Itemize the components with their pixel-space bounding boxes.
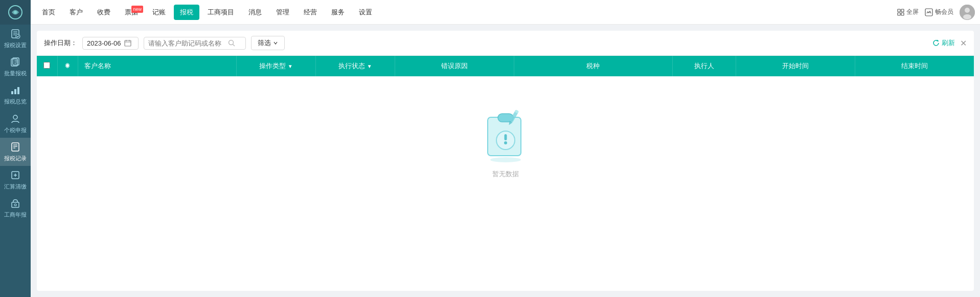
sidebar-item-tax-records[interactable]: 报税记录 — [0, 138, 31, 166]
sidebar-item-label: 报税记录 — [4, 155, 27, 162]
svg-rect-14 — [17, 87, 19, 94]
svg-point-37 — [229, 40, 234, 45]
member-button[interactable]: 畅会员 — [925, 8, 953, 16]
empty-icon — [480, 107, 531, 163]
nav-invoices[interactable]: 票据 new — [119, 5, 144, 20]
svg-rect-27 — [898, 13, 900, 15]
empty-text: 暂无数据 — [492, 169, 519, 179]
header-end-time: 结束时间 — [855, 56, 974, 76]
tax-settings-icon — [10, 29, 20, 40]
svg-rect-12 — [11, 91, 13, 94]
personal-tax-icon — [10, 114, 20, 125]
data-table: 客户名称 操作类型 ▼ 执行状态 ▼ 错误原因 税种 执行人 — [37, 56, 974, 76]
nav-management[interactable]: 管理 — [270, 5, 295, 20]
sidebar-item-personal-tax[interactable]: 个税申报 — [0, 110, 31, 138]
select-all-checkbox[interactable] — [43, 62, 50, 69]
nav-settings[interactable]: 设置 — [353, 5, 378, 20]
avatar[interactable] — [960, 5, 975, 20]
svg-point-46 — [504, 141, 507, 144]
filter-button[interactable]: 筛选 — [251, 36, 285, 50]
fullscreen-label: 全屏 — [906, 8, 919, 16]
nav-accounts[interactable]: 记账 — [146, 5, 172, 20]
sidebar-item-label: 批量报税 — [4, 70, 27, 77]
svg-line-38 — [233, 45, 235, 47]
main-panel: 操作日期： 2023-06-06 — [37, 31, 974, 291]
topnav-right: 全屏 畅会员 — [897, 5, 975, 20]
member-label: 畅会员 — [935, 8, 953, 16]
svg-rect-25 — [898, 9, 900, 12]
header-operation-type[interactable]: 操作类型 ▼ — [236, 56, 315, 76]
date-label: 操作日期： — [44, 38, 77, 48]
tax-records-icon — [10, 142, 20, 154]
header-exec-status[interactable]: 执行状态 ▼ — [315, 56, 395, 76]
main-area: 首页 客户 收费 票据 new 记账 报税 工商项目 消息 管理 经营 服务 设… — [31, 0, 980, 297]
top-navigation: 首页 客户 收费 票据 new 记账 报税 工商项目 消息 管理 经营 服务 设… — [31, 0, 980, 25]
filter-label: 筛选 — [258, 38, 271, 48]
nav-home[interactable]: 首页 — [36, 5, 61, 20]
date-picker[interactable]: 2023-06-06 — [82, 37, 139, 50]
toolbar: 操作日期： 2023-06-06 — [37, 31, 974, 56]
header-start-time: 开始时间 — [736, 56, 855, 76]
svg-point-1 — [14, 11, 17, 14]
content-area: 操作日期： 2023-06-06 — [31, 25, 980, 297]
sidebar-item-annual-report[interactable]: 工商年报 — [0, 194, 31, 222]
svg-point-24 — [14, 204, 16, 206]
sidebar: 报税设置 批量报税 报税总览 — [0, 0, 31, 297]
settlement-icon — [10, 170, 20, 182]
sidebar-item-label: 汇算清缴 — [4, 183, 27, 190]
sidebar-item-label: 个税申报 — [4, 127, 27, 134]
nav-tax[interactable]: 报税 — [174, 5, 199, 20]
toolbar-right: 刷新 ✕ — [932, 38, 967, 48]
nav-services[interactable]: 服务 — [325, 5, 351, 20]
svg-rect-13 — [14, 89, 16, 94]
svg-rect-16 — [12, 143, 19, 151]
svg-point-15 — [13, 115, 17, 119]
sidebar-logo — [0, 0, 31, 25]
sidebar-item-settlement[interactable]: 汇算清缴 — [0, 166, 31, 194]
header-error-reason: 错误原因 — [395, 56, 514, 76]
new-badge: new — [131, 6, 143, 13]
svg-rect-33 — [125, 40, 131, 46]
nav-billing[interactable]: 收费 — [91, 5, 117, 20]
tax-overview-icon — [10, 85, 20, 97]
header-settings[interactable] — [57, 56, 78, 76]
batch-tax-icon — [10, 57, 20, 69]
svg-rect-23 — [12, 202, 19, 207]
search-input[interactable] — [148, 39, 225, 47]
annual-report-icon — [10, 198, 20, 210]
nav-operations[interactable]: 经营 — [298, 5, 323, 20]
sidebar-item-label: 工商年报 — [4, 211, 27, 218]
header-checkbox[interactable] — [37, 56, 57, 76]
svg-point-31 — [965, 8, 970, 13]
svg-rect-45 — [504, 134, 507, 140]
table-header-row: 客户名称 操作类型 ▼ 执行状态 ▼ 错误原因 税种 执行人 — [37, 56, 974, 76]
sidebar-item-label: 报税设置 — [4, 42, 27, 49]
fullscreen-button[interactable]: 全屏 — [897, 8, 919, 16]
nav-business[interactable]: 工商项目 — [201, 5, 240, 20]
sidebar-item-tax-settings[interactable]: 报税设置 — [0, 25, 31, 53]
nav-customers[interactable]: 客户 — [63, 5, 89, 20]
nav-messages[interactable]: 消息 — [242, 5, 268, 20]
refresh-button[interactable]: 刷新 — [932, 38, 955, 48]
svg-point-50 — [490, 157, 521, 162]
nav-items: 首页 客户 收费 票据 new 记账 报税 工商项目 消息 管理 经营 服务 设… — [36, 5, 897, 20]
empty-state: 暂无数据 — [37, 76, 974, 209]
date-value: 2023-06-06 — [87, 39, 121, 47]
table-container: 客户名称 操作类型 ▼ 执行状态 ▼ 错误原因 税种 执行人 — [37, 56, 974, 291]
svg-point-32 — [963, 14, 971, 19]
close-button[interactable]: ✕ — [960, 38, 967, 48]
sidebar-item-label: 报税总览 — [4, 98, 27, 105]
svg-rect-28 — [901, 13, 904, 15]
header-executor: 执行人 — [672, 56, 736, 76]
sidebar-item-batch-tax[interactable]: 批量报税 — [0, 53, 31, 81]
refresh-label: 刷新 — [942, 38, 955, 48]
search-box[interactable] — [144, 37, 246, 50]
header-client-name: 客户名称 — [78, 56, 236, 76]
sidebar-item-tax-overview[interactable]: 报税总览 — [0, 81, 31, 109]
header-tax-type: 税种 — [514, 56, 672, 76]
svg-rect-26 — [901, 9, 904, 12]
